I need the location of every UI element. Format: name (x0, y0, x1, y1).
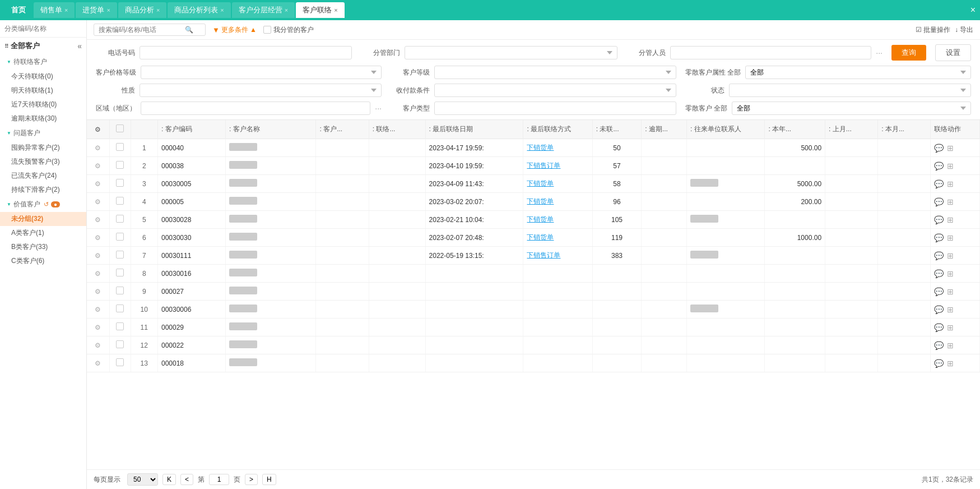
row-check[interactable] (109, 157, 131, 175)
nav-tab-analysis-list[interactable]: 商品分析列表 × (168, 2, 230, 18)
nav-tab-purchase[interactable]: 进货单 × (76, 2, 117, 18)
row-lastway[interactable]: 下销货单 (523, 139, 592, 157)
sidebar-item-overdue[interactable]: 逾期未联络(30) (0, 112, 86, 126)
tab-close[interactable]: × (156, 7, 160, 13)
tab-close[interactable]: × (285, 7, 288, 13)
row-settings[interactable]: ⚙ (87, 247, 109, 265)
sidebar-all-customers[interactable]: ⠿ 全部客户 « (0, 38, 86, 54)
col-check[interactable] (109, 120, 131, 139)
nav-home[interactable]: 首页 (4, 2, 32, 18)
contact-more-icon[interactable]: ⊞ (947, 162, 954, 170)
contact-more-icon[interactable]: ⊞ (947, 179, 954, 188)
next-page-btn[interactable]: > (245, 474, 258, 485)
col-thismonth[interactable]: : 本月... (878, 120, 931, 139)
contact-call-icon[interactable]: 💬 (934, 359, 944, 368)
filter-search-box[interactable]: 🔍 (94, 24, 206, 36)
contact-call-icon[interactable]: 💬 (934, 233, 944, 242)
col-lastdate[interactable]: : 最后联络日期 (425, 120, 523, 139)
contact-call-icon[interactable]: 💬 (934, 215, 944, 224)
sidebar-group-pending[interactable]: ▼ 待联络客户 (0, 54, 86, 70)
contact-call-icon[interactable]: 💬 (934, 305, 944, 314)
row-check[interactable] (109, 265, 131, 283)
sidebar-item-b-class[interactable]: B类客户(33) (0, 240, 86, 254)
sidebar-item-declining[interactable]: 持续下滑客户(2) (0, 183, 86, 197)
row-check[interactable] (109, 354, 131, 372)
contact-call-icon[interactable]: 💬 (934, 179, 944, 188)
reset-button[interactable]: 设置 (935, 44, 971, 61)
first-page-btn[interactable]: K (162, 474, 176, 485)
row-settings[interactable]: ⚙ (87, 175, 109, 193)
contact-more-icon[interactable]: ⊞ (947, 287, 954, 296)
row-check[interactable] (109, 175, 131, 193)
payment-select[interactable] (434, 84, 676, 97)
tab-close[interactable]: × (220, 7, 224, 13)
row-check[interactable] (109, 319, 131, 336)
col-name[interactable]: : 客户名称 (226, 120, 316, 139)
row-lastway[interactable] (523, 354, 592, 372)
row-lastway[interactable]: 下销货单 (523, 229, 592, 247)
row-settings[interactable]: ⚙ (87, 265, 109, 283)
contact-more-icon[interactable]: ⊞ (947, 197, 954, 206)
contact-call-icon[interactable]: 💬 (934, 269, 944, 278)
row-lastway[interactable] (523, 301, 592, 319)
row-check[interactable] (109, 283, 131, 301)
contact-more-icon[interactable]: ⊞ (947, 144, 954, 153)
batch-ops-btn[interactable]: ☑ 批量操作 (916, 25, 950, 35)
sidebar-item-churn-warning[interactable]: 流失预警客户(3) (0, 155, 86, 169)
row-lastway[interactable]: 下销售订单 (523, 247, 592, 265)
row-check[interactable] (109, 336, 131, 354)
sidebar-item-c-class[interactable]: C类客户(6) (0, 254, 86, 268)
row-settings[interactable]: ⚙ (87, 301, 109, 319)
sidebar-item-abnormal[interactable]: 囤购异常客户(2) (0, 141, 86, 155)
col-lastmonth[interactable]: : 上月... (825, 120, 878, 139)
col-type[interactable]: : 客户... (316, 120, 369, 139)
nav-tab-customer-contact[interactable]: 客户联络 × (296, 2, 344, 18)
sidebar-collapse-btn[interactable]: « (77, 41, 82, 50)
row-lastway[interactable]: 下销货单 (523, 211, 592, 229)
row-lastway[interactable]: 下销货单 (523, 193, 592, 211)
col-notcontact[interactable]: : 未联... (592, 120, 641, 139)
contact-call-icon[interactable]: 💬 (934, 162, 944, 170)
row-settings[interactable]: ⚙ (87, 283, 109, 301)
contact-call-icon[interactable]: 💬 (934, 287, 944, 296)
row-lastway[interactable]: 下销货单 (523, 175, 592, 193)
retail-customer-select[interactable]: 全部 (732, 102, 971, 115)
col-settings[interactable]: ⚙ (87, 120, 109, 139)
filter-search-input[interactable] (99, 26, 183, 34)
row-lastway[interactable] (523, 265, 592, 283)
person-input[interactable] (670, 46, 872, 59)
contact-more-icon[interactable]: ⊞ (947, 359, 954, 368)
row-settings[interactable]: ⚙ (87, 354, 109, 372)
person-more-btn[interactable]: ··· (876, 48, 883, 57)
nature-select[interactable] (140, 84, 382, 97)
row-settings[interactable]: ⚙ (87, 211, 109, 229)
price-level-select[interactable] (141, 66, 382, 79)
col-unitcontact[interactable]: : 往来单位联系人 (686, 120, 764, 139)
last-page-btn[interactable]: H (262, 474, 276, 485)
contact-call-icon[interactable]: 💬 (934, 251, 944, 260)
row-settings[interactable]: ⚙ (87, 319, 109, 336)
row-check[interactable] (109, 211, 131, 229)
row-check[interactable] (109, 247, 131, 265)
sidebar-item-ungroup[interactable]: 未分组(32) (0, 212, 86, 226)
query-button[interactable]: 查询 (891, 45, 926, 61)
contact-call-icon[interactable]: 💬 (934, 197, 944, 206)
contact-more-icon[interactable]: ⊞ (947, 215, 954, 224)
row-lastway[interactable] (523, 336, 592, 354)
sidebar-group-problem[interactable]: ▼ 问题客户 (0, 126, 86, 141)
row-settings[interactable]: ⚙ (87, 157, 109, 175)
customer-type-input[interactable] (434, 102, 676, 115)
sidebar-item-tomorrow[interactable]: 明天待联络(1) (0, 84, 86, 98)
col-contact[interactable]: : 联络... (369, 120, 425, 139)
sidebar-item-churned[interactable]: 已流失客户(24) (0, 169, 86, 183)
sidebar-search-input[interactable] (4, 25, 87, 33)
row-lastway[interactable]: 下销售订单 (523, 157, 592, 175)
row-settings[interactable]: ⚙ (87, 229, 109, 247)
contact-more-icon[interactable]: ⊞ (947, 341, 954, 350)
region-input[interactable] (141, 102, 370, 115)
page-number-input[interactable] (209, 474, 229, 485)
contact-call-icon[interactable]: 💬 (934, 341, 944, 350)
nav-tab-sales[interactable]: 销售单 × (34, 2, 75, 18)
my-customers-check[interactable]: 我分管的客户 (263, 25, 314, 35)
retail-attr-select[interactable]: 全部 (745, 66, 971, 79)
